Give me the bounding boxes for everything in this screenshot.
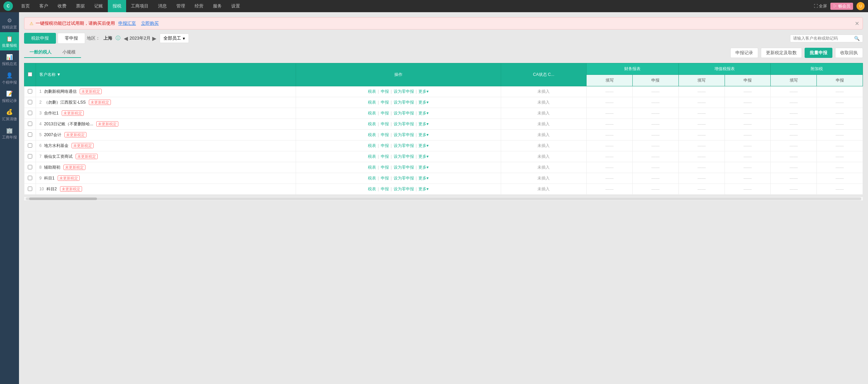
notice-close-button[interactable]: ✕ xyxy=(855,20,859,27)
sidebar-item-tax-settings[interactable]: ⚙ 报税设置 xyxy=(0,14,19,32)
op-tax-table[interactable]: 税表 xyxy=(368,111,376,115)
row-checkbox-0[interactable] xyxy=(28,89,32,93)
sidebar-item-batch-tax[interactable]: 📋 批量报税 xyxy=(0,32,19,50)
op-tax-table[interactable]: 税表 xyxy=(368,143,376,148)
prev-date-button[interactable]: ◀ xyxy=(124,35,128,42)
op-set-zero[interactable]: 设为零申报 xyxy=(394,111,414,115)
op-more[interactable]: 更多▾ xyxy=(418,89,429,94)
chevron-down-icon: ▾ xyxy=(427,187,429,191)
tab-small-scale[interactable]: 小规模 xyxy=(57,47,81,57)
notice-link-report[interactable]: 申报汇至 xyxy=(118,20,136,26)
op-declare[interactable]: 申报 xyxy=(381,89,389,94)
row-fin-declare: —— xyxy=(632,119,678,130)
sidebar-item-tax-overview[interactable]: 📊 报税总览 xyxy=(0,50,19,69)
op-tax-table[interactable]: 税表 xyxy=(368,100,376,105)
sidebar-item-annual-report[interactable]: 🏢 工商年报 xyxy=(0,124,19,142)
table-scroll-area[interactable]: 客户名称 ▼ 操作 CA状态 C... 财务报表 增值税报表 附加税 填写 申报… xyxy=(24,63,863,200)
nav-bookkeeping[interactable]: 记账 xyxy=(90,0,108,12)
op-more[interactable]: 更多▾ xyxy=(418,143,429,148)
horizontal-scrollbar[interactable] xyxy=(24,196,863,200)
row-checkbox-3[interactable] xyxy=(28,122,32,126)
retrieve-button[interactable]: 收取回执 xyxy=(835,48,863,58)
tab-zero-declaration[interactable]: 零申报 xyxy=(58,33,85,44)
tab-tax-declaration[interactable]: 税款申报 xyxy=(24,33,56,44)
row-number: 3 xyxy=(39,111,42,115)
batch-declare-button[interactable]: 批量申报 xyxy=(805,48,832,58)
op-more[interactable]: 更多▾ xyxy=(418,111,429,115)
sidebar-item-personal-tax[interactable]: 👤 个税申报 xyxy=(0,69,19,87)
op-declare[interactable]: 申报 xyxy=(381,122,389,126)
op-set-zero[interactable]: 设为零申报 xyxy=(394,89,414,94)
scroll-thumb[interactable] xyxy=(29,197,97,200)
op-more[interactable]: 更多▾ xyxy=(418,176,429,180)
op-declare[interactable]: 申报 xyxy=(381,100,389,105)
op-tax-table[interactable]: 税表 xyxy=(368,132,376,137)
row-vat-declare: —— xyxy=(725,151,771,162)
op-tax-table[interactable]: 税表 xyxy=(368,122,376,126)
notice-link-buy[interactable]: 立即购买 xyxy=(141,20,159,26)
op-tax-table[interactable]: 税表 xyxy=(368,176,376,180)
nav-manage[interactable]: 管理 xyxy=(172,0,190,12)
row-customer-name: 2 （勿删）江西股宝-LSS 未更新税定 xyxy=(36,97,296,108)
op-tax-table[interactable]: 税表 xyxy=(368,165,376,170)
staff-selector[interactable]: 全部员工 ▾ xyxy=(160,34,189,43)
row-checkbox-8[interactable] xyxy=(28,176,32,180)
nav-home[interactable]: 首页 xyxy=(16,0,35,12)
op-declare[interactable]: 申报 xyxy=(381,111,389,115)
row-checkbox-2[interactable] xyxy=(28,111,32,115)
nav-settings[interactable]: 设置 xyxy=(226,0,245,12)
nav-message[interactable]: 消息 xyxy=(153,0,172,12)
row-checkbox-7[interactable] xyxy=(28,165,32,169)
op-declare[interactable]: 申报 xyxy=(381,187,389,191)
next-date-button[interactable]: ▶ xyxy=(152,35,156,42)
row-checkbox-4[interactable] xyxy=(28,132,32,137)
op-more[interactable]: 更多▾ xyxy=(418,100,429,105)
op-declare[interactable]: 申报 xyxy=(381,143,389,148)
nav-service[interactable]: 服务 xyxy=(208,0,226,12)
search-button[interactable]: 🔍 xyxy=(854,36,860,41)
op-declare[interactable]: 申报 xyxy=(381,176,389,180)
search-input[interactable] xyxy=(793,36,854,41)
op-more[interactable]: 更多▾ xyxy=(418,154,429,159)
row-fin-fill: —— xyxy=(587,173,633,184)
row-checkbox-5[interactable] xyxy=(28,143,32,148)
fullscreen-button[interactable]: ⛶ 全屏 xyxy=(814,3,827,9)
nav-operation[interactable]: 经营 xyxy=(190,0,208,12)
tag-unchecked: 未更新税定 xyxy=(72,143,94,148)
declare-record-button[interactable]: 申报记录 xyxy=(730,48,758,58)
tab-general-taxpayer[interactable]: 一般的税人 xyxy=(24,47,57,58)
op-more[interactable]: 更多▾ xyxy=(418,122,429,126)
table-row: 4 2013日记账（不要删除哈... 未更新税定 税表 | 申报 | 设为零申报… xyxy=(24,119,863,130)
op-tax-table[interactable]: 税表 xyxy=(368,187,376,191)
op-more[interactable]: 更多▾ xyxy=(418,132,429,137)
op-tax-table[interactable]: 税表 xyxy=(368,89,376,94)
op-set-zero[interactable]: 设为零申报 xyxy=(394,187,414,191)
nav-tax[interactable]: 报税 xyxy=(108,0,126,12)
sidebar-item-tax-records[interactable]: 📝 报税记录 xyxy=(0,87,19,106)
update-tax-button[interactable]: 更新税定及取数 xyxy=(761,48,802,58)
op-more[interactable]: 更多▾ xyxy=(418,187,429,191)
nav-invoice[interactable]: 票据 xyxy=(71,0,90,12)
op-set-zero[interactable]: 设为零申报 xyxy=(394,122,414,126)
op-declare[interactable]: 申报 xyxy=(381,132,389,137)
op-set-zero[interactable]: 设为零申报 xyxy=(394,100,414,105)
op-set-zero[interactable]: 设为零申报 xyxy=(394,143,414,148)
sidebar-item-settlement[interactable]: 💰 汇算清缴 xyxy=(0,106,19,124)
nav-customer[interactable]: 客户 xyxy=(35,0,53,12)
op-declare[interactable]: 申报 xyxy=(381,165,389,170)
info-icon[interactable]: ⓘ xyxy=(116,35,120,41)
op-declare[interactable]: 申报 xyxy=(381,154,389,159)
op-more[interactable]: 更多▾ xyxy=(418,165,429,170)
select-all-checkbox[interactable] xyxy=(28,72,32,77)
op-set-zero[interactable]: 设为零申报 xyxy=(394,176,414,180)
op-set-zero[interactable]: 设为零申报 xyxy=(394,154,414,159)
row-checkbox-1[interactable] xyxy=(28,100,32,104)
nav-business[interactable]: 工商项目 xyxy=(126,0,153,12)
nav-billing[interactable]: 收费 xyxy=(53,0,71,12)
row-checkbox-9[interactable] xyxy=(28,187,32,191)
member-button[interactable]: ▷ 畅会员 xyxy=(830,3,853,10)
row-checkbox-6[interactable] xyxy=(28,154,32,158)
op-set-zero[interactable]: 设为零申报 xyxy=(394,132,414,137)
op-set-zero[interactable]: 设为零申报 xyxy=(394,165,414,170)
op-tax-table[interactable]: 税表 xyxy=(368,154,376,159)
